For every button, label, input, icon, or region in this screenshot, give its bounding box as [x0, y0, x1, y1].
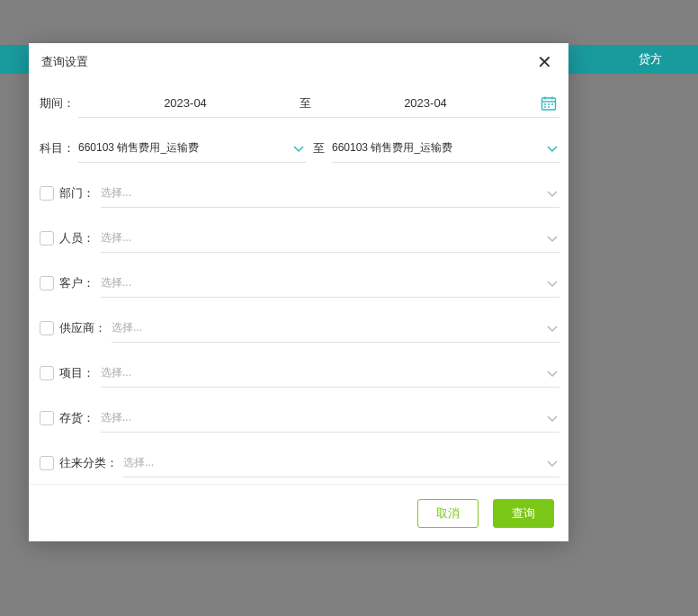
supplier-select[interactable]: 选择...: [112, 314, 559, 343]
close-icon[interactable]: ✕: [533, 49, 556, 75]
stock-label: 存货：: [59, 410, 99, 426]
person-checkbox[interactable]: [40, 231, 54, 246]
chevron-down-icon: [545, 231, 559, 246]
calendar-icon[interactable]: [538, 93, 559, 114]
customer-label: 客户：: [59, 275, 99, 291]
period-separator: 至: [292, 95, 318, 112]
person-placeholder: 选择...: [101, 230, 545, 246]
dept-placeholder: 选择...: [101, 185, 545, 201]
chevron-down-icon: [545, 276, 559, 290]
modal-header: 查询设置 ✕: [29, 43, 568, 81]
project-label: 项目：: [59, 365, 99, 381]
supplier-checkbox[interactable]: [40, 321, 54, 335]
dept-label: 部门：: [59, 185, 99, 201]
aux-row-project: 项目：选择...: [40, 351, 559, 396]
person-label: 人员：: [59, 230, 99, 246]
arap-label: 往来分类：: [59, 455, 121, 471]
customer-checkbox[interactable]: [40, 276, 54, 290]
aux-row-arap: 往来分类：选择...: [40, 441, 559, 484]
subject-from-value: 660103 销售费用_运输费: [78, 140, 291, 156]
subject-to-select[interactable]: 660103 销售费用_运输费: [332, 134, 559, 163]
aux-row-customer: 客户：选择...: [40, 261, 559, 306]
chevron-down-icon: [545, 321, 559, 335]
subject-from-select[interactable]: 660103 销售费用_运输费: [78, 134, 306, 163]
aux-row-dept: 部门：选择...: [40, 171, 559, 216]
arap-checkbox[interactable]: [40, 456, 54, 470]
customer-select[interactable]: 选择...: [101, 269, 559, 298]
period-to-input[interactable]: [318, 89, 532, 118]
project-checkbox[interactable]: [40, 366, 54, 380]
query-settings-modal: 查询设置 ✕ 期间： 至 科目： 660103 销售费用_运输费: [29, 43, 568, 541]
cancel-button[interactable]: 取消: [417, 499, 479, 528]
project-placeholder: 选择...: [101, 365, 545, 380]
chevron-down-icon: [545, 141, 559, 156]
chevron-down-icon: [545, 186, 559, 201]
modal-footer: 取消 查询: [29, 484, 568, 541]
modal-title: 查询设置: [41, 54, 88, 70]
period-group: 至: [78, 89, 559, 118]
stock-checkbox[interactable]: [40, 411, 54, 425]
subject-label: 科目：: [40, 140, 78, 156]
aux-row-stock: 存货：选择...: [40, 396, 559, 441]
subject-to-value: 660103 销售费用_运输费: [332, 140, 545, 156]
chevron-down-icon: [545, 411, 559, 425]
period-label: 期间：: [40, 95, 78, 112]
chevron-down-icon: [545, 456, 559, 470]
topbar-credit-label: 贷方: [603, 45, 698, 74]
query-button[interactable]: 查询: [493, 499, 554, 528]
chevron-down-icon: [291, 141, 306, 156]
supplier-label: 供应商：: [59, 320, 110, 336]
supplier-placeholder: 选择...: [112, 320, 545, 335]
aux-row-person: 人员：选择...: [40, 216, 559, 261]
stock-select[interactable]: 选择...: [101, 404, 559, 433]
dept-select[interactable]: 选择...: [101, 179, 559, 208]
period-from-input[interactable]: [78, 89, 292, 118]
arap-placeholder: 选择...: [123, 455, 545, 470]
person-select[interactable]: 选择...: [101, 224, 559, 253]
stock-placeholder: 选择...: [101, 410, 545, 425]
subject-separator: 至: [306, 140, 332, 156]
dept-checkbox[interactable]: [40, 186, 54, 201]
arap-select[interactable]: 选择...: [123, 449, 559, 478]
chevron-down-icon: [545, 366, 559, 380]
customer-placeholder: 选择...: [101, 275, 545, 290]
period-row: 期间： 至: [40, 81, 559, 126]
modal-body: 期间： 至 科目： 660103 销售费用_运输费 至 660103 销售: [29, 81, 568, 484]
aux-row-supplier: 供应商：选择...: [40, 306, 559, 351]
subject-row: 科目： 660103 销售费用_运输费 至 660103 销售费用_运输费: [40, 126, 559, 171]
project-select[interactable]: 选择...: [101, 359, 559, 388]
